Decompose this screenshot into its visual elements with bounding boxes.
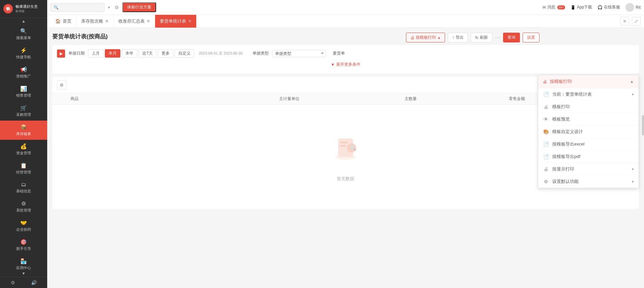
filter-last7days[interactable]: 近7天: [139, 49, 156, 58]
tab-expand-btn[interactable]: ⤢: [632, 17, 641, 26]
finance-icon: 💰: [20, 143, 27, 150]
export-pdf-icon: 📄: [543, 154, 549, 159]
username: Rit: [636, 5, 641, 10]
sidebar-item-operation[interactable]: 📋 经营管理: [0, 159, 47, 178]
tab-collection-close[interactable]: ✕: [147, 19, 150, 24]
more-options-icon[interactable]: ⋯: [495, 34, 500, 41]
sidebar-item-label: 销售管理: [16, 93, 31, 98]
table-gear-btn[interactable]: ⚙: [57, 80, 66, 90]
message-btn[interactable]: ✉ 消息 99+: [543, 4, 565, 10]
filter-prev-month[interactable]: 上月: [88, 49, 104, 58]
tab-batch[interactable]: 库存批次账 ✕: [77, 15, 114, 28]
sidebar-item-search[interactable]: 🔍 搜索菜单: [0, 25, 47, 44]
basic-icon: 🗂: [21, 182, 26, 188]
refresh-icon: ↻: [475, 35, 478, 40]
dropdown-menu: 🖨 按模板打印 ▲ 📄 当前：要货单统计表 ▾ 🖨 模板打印 👁 模板预览: [538, 75, 639, 188]
sidebar: 畅 畅康通好生意 标准版 ▲ 🔍 搜索菜单 ⚡ 快捷导航 📢 营销推广 📊 销售…: [0, 0, 47, 288]
settings-footer-btn[interactable]: ⚙: [11, 280, 15, 285]
dropdown-collapse-btn[interactable]: ▲: [630, 79, 634, 84]
sidebar-item-guide[interactable]: 🎯 新手引导: [0, 235, 47, 255]
tab-batch-label: 库存批次账: [81, 18, 103, 24]
dropdown-item-display-print[interactable]: 🖨 按显示打印 ▾: [538, 163, 639, 175]
sidebar-item-label: 快捷导航: [16, 55, 31, 60]
goods-label: 要货单: [333, 51, 345, 56]
tabs-bar: 🏠 首页 库存批次账 ✕ 收发存汇总表 ✕ 要货单统计表 ✕ ✕ ⤢: [47, 15, 644, 28]
dropdown-item-set-default[interactable]: ⚙ 设置默认功能 ▾: [538, 175, 639, 188]
query-btn[interactable]: 查询: [503, 33, 520, 42]
topbar-gear-icon[interactable]: ⚙: [115, 5, 119, 10]
dropdown-item-template-preview[interactable]: 👁 模板预览: [538, 113, 639, 126]
sidebar-scroll-up[interactable]: ▲: [21, 18, 26, 25]
filter-more[interactable]: 更多: [158, 49, 173, 58]
content-actions: 🖨 按模板打印 ▲ ↑ 导出 ↻ 刷新 ⋯ 查询 设置: [406, 33, 539, 42]
expand-more-btn[interactable]: ▼ 展开更多条件: [57, 60, 634, 69]
set-default-label: 设置默认功能: [552, 179, 628, 185]
dropdown-title: 按模板打印: [550, 78, 572, 85]
topbar-search-box[interactable]: 🔍: [51, 3, 105, 12]
order-type-select[interactable]: 单据类型: [272, 50, 326, 57]
online-service-label: 在线客服: [604, 4, 620, 10]
app-download-btn[interactable]: 📱 App下载: [570, 4, 592, 10]
query-label: 查询: [507, 35, 516, 40]
dropdown-item-template-print[interactable]: 🖨 模板打印: [538, 101, 639, 113]
sidebar-item-appstore[interactable]: 🏪 应用中心: [0, 255, 47, 270]
sound-footer-btn[interactable]: 🔊: [31, 280, 37, 285]
sidebar-item-label: 系统管理: [16, 208, 31, 213]
dropdown-item-template-design[interactable]: 🎨 模板自定义设计: [538, 126, 639, 138]
page-title: 要货单统计表(按商品): [52, 33, 639, 40]
tab-collection-label: 收发存汇总表: [118, 18, 145, 24]
print-chevron-icon: ▲: [437, 36, 441, 39]
tab-close-btn[interactable]: ✕: [620, 17, 629, 26]
refresh-btn[interactable]: ↻ 刷新: [471, 33, 492, 42]
tabs-right-actions: ✕ ⤢: [620, 17, 641, 26]
set-default-icon: ⚙: [543, 179, 549, 184]
sidebar-item-marketing[interactable]: 📢 营销推广: [0, 63, 47, 82]
appstore-icon: 🏪: [20, 258, 27, 264]
user-avatar-btn[interactable]: Rit: [625, 3, 641, 12]
tab-home[interactable]: 🏠 首页: [51, 15, 77, 28]
topbar-chevron-icon[interactable]: ▾: [108, 5, 110, 10]
sidebar-item-quicknav[interactable]: ⚡ 快捷导航: [0, 44, 47, 63]
filter-current-year[interactable]: 本年: [122, 49, 137, 58]
sidebar-item-basic[interactable]: 🗂 基础信息: [0, 178, 47, 197]
sidebar-item-collab[interactable]: 🤝 企业协同: [0, 216, 47, 235]
tab-order-stat[interactable]: 要货单统计表 ✕: [155, 15, 197, 28]
sidebar-item-finance[interactable]: 💰 资金管理: [0, 140, 47, 159]
settings-btn[interactable]: 设置: [523, 33, 539, 42]
trial-button[interactable]: 体验行业方案: [122, 2, 156, 12]
app-badge: 标准版: [16, 9, 38, 13]
tab-collection[interactable]: 收发存汇总表 ✕: [114, 15, 155, 28]
export-excel-icon: 📄: [543, 141, 549, 147]
export-btn[interactable]: ↑ 导出: [448, 33, 468, 42]
filter-custom[interactable]: 自定义: [175, 49, 194, 58]
tab-home-label: 首页: [63, 18, 71, 24]
online-service-btn[interactable]: 🎧 在线客服: [597, 4, 620, 10]
filter-current-month[interactable]: 本月: [105, 49, 120, 58]
resize-handle[interactable]: [642, 115, 644, 135]
filter-expand-icon[interactable]: ▶: [57, 50, 65, 58]
app-logo: 畅 畅康通好生意 标准版: [0, 0, 47, 18]
template-preview-icon: 👁: [543, 117, 549, 122]
tab-batch-close[interactable]: ✕: [105, 19, 109, 24]
sidebar-item-inventory[interactable]: 📦 库存核算: [0, 121, 47, 140]
collab-icon: 🤝: [20, 220, 27, 226]
print-label: 按模板打印: [416, 35, 436, 40]
sidebar-scroll-down[interactable]: ▼: [21, 270, 26, 277]
dropdown-header: 🖨 按模板打印 ▲: [538, 75, 639, 88]
sidebar-item-label: 营销推广: [16, 74, 31, 79]
sidebar-item-system[interactable]: ⚙ 系统管理: [0, 197, 47, 216]
date-label: 单据日期: [68, 51, 85, 56]
topbar-right: ✉ 消息 99+ 📱 App下载 🎧 在线客服 Rit: [543, 3, 641, 12]
dropdown-item-export-excel[interactable]: 📄 按模板导出excel: [538, 138, 639, 151]
th-product: 商品: [70, 96, 279, 102]
sidebar-item-purchase[interactable]: 🛒 采购管理: [0, 101, 47, 121]
tab-order-stat-close[interactable]: ✕: [188, 19, 192, 24]
sidebar-item-sales[interactable]: 📊 销售管理: [0, 82, 47, 101]
logo-icon: 畅: [3, 4, 13, 13]
dropdown-item-export-pdf[interactable]: 📄 按模板导出pdf: [538, 151, 639, 163]
dropdown-item-current[interactable]: 📄 当前：要货单统计表 ▾: [538, 88, 639, 101]
print-btn[interactable]: 🖨 按模板打印 ▲: [406, 33, 445, 42]
order-type-label: 单据类型: [253, 51, 269, 56]
message-icon: ✉: [543, 5, 546, 10]
content-area: 要货单统计表(按商品) ▶ 单据日期 上月 本月 本年 近7天 更多 自定义 2…: [47, 28, 644, 288]
